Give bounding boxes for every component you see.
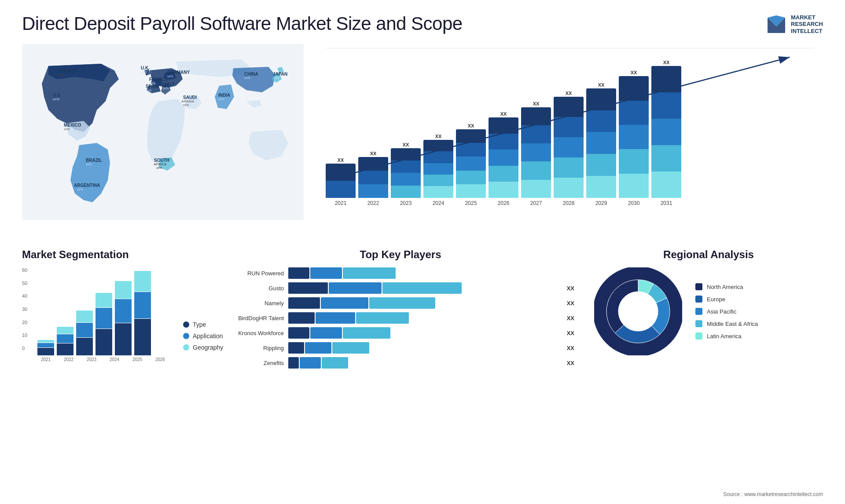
player-row: BirdDogHR TalentXX	[227, 312, 574, 324]
bar-group: XX	[391, 142, 421, 198]
svg-text:JAPAN: JAPAN	[273, 72, 287, 77]
svg-text:ITALY: ITALY	[163, 82, 175, 87]
svg-text:INDIA: INDIA	[218, 93, 230, 98]
donut-segments	[594, 267, 682, 355]
stacked-bar	[651, 66, 681, 198]
legend-item: Application	[183, 332, 223, 340]
seg-bar-group	[37, 340, 54, 355]
reg-legend-item: Asia Pacific	[695, 308, 758, 315]
svg-text:xx%: xx%	[183, 103, 189, 106]
player-row: RUN Powered	[227, 267, 574, 279]
svg-text:ARGENTINA: ARGENTINA	[74, 183, 100, 188]
stacked-bar	[456, 129, 486, 198]
svg-text:xx%: xx%	[273, 77, 279, 80]
svg-text:xx%: xx%	[53, 97, 59, 101]
bar-group: XX	[586, 82, 616, 198]
seg-bar-group	[96, 293, 112, 355]
bar-group: XX	[423, 134, 453, 198]
logo-icon	[765, 13, 787, 35]
bars-area: XXXXXXXXXXXXXXXXXXXXXX	[321, 48, 814, 198]
legend-item: Type	[183, 321, 223, 328]
player-row: NamelyXX	[227, 297, 574, 309]
seg-bar-group	[57, 327, 73, 355]
svg-text:xx%: xx%	[146, 89, 151, 92]
seg-bar-group	[134, 271, 151, 355]
source-text: Source : www.marketresearchintellect.com	[723, 491, 823, 497]
player-row: GustoXX	[227, 282, 574, 294]
player-row: RipplingXX	[227, 342, 574, 354]
regional-title: Regional Analysis	[594, 248, 823, 261]
svg-text:GERMANY: GERMANY	[167, 70, 190, 75]
svg-text:xx%: xx%	[218, 98, 224, 101]
page-container: Direct Deposit Payroll Software Market S…	[0, 0, 845, 504]
bar-chart-section: XXXXXXXXXXXXXXXXXXXXXX 202	[312, 44, 823, 237]
bar-chart-bars: XXXXXXXXXXXXXXXXXXXXXX	[326, 57, 814, 198]
svg-text:xx%: xx%	[167, 75, 173, 78]
svg-text:ARABIA: ARABIA	[181, 99, 195, 103]
svg-text:xx%: xx%	[86, 163, 92, 166]
logo-box: MARKET RESEARCH INTELLECT	[765, 13, 823, 35]
svg-text:xx%: xx%	[64, 128, 70, 131]
seg-legend: TypeApplicationGeography	[183, 321, 223, 362]
svg-text:xx%: xx%	[141, 70, 147, 73]
bar-group: XX	[521, 101, 551, 198]
bar-group: XX	[456, 123, 486, 198]
bar-group: XX	[326, 157, 356, 198]
seg-bar-group	[115, 281, 132, 355]
segmentation-title: Market Segmentation	[22, 248, 207, 261]
stacked-bar	[619, 76, 649, 198]
world-map: CANADA xx% U.S. xx% MEXICO xx% BRAZIL xx…	[22, 44, 304, 220]
reg-legend-item: Europe	[695, 296, 758, 303]
x-axis-labels: 2021202220232024202520262027202820292030…	[321, 200, 814, 206]
regional-legend: North AmericaEuropeAsia PacificMiddle Ea…	[695, 283, 758, 340]
legend-item: Geography	[183, 344, 223, 351]
segmentation-section: Market Segmentation 6050403020100 202120…	[22, 248, 207, 363]
svg-text:xx%: xx%	[77, 188, 83, 191]
svg-text:BRAZIL: BRAZIL	[86, 158, 102, 163]
stacked-bar	[358, 157, 388, 198]
logo-text: MARKET RESEARCH INTELLECT	[791, 14, 823, 35]
stacked-bar	[521, 107, 551, 198]
seg-bars	[37, 267, 172, 355]
players-section: Top Key Players RUN PoweredGustoXXNamely…	[218, 248, 583, 363]
seg-chart: 6050403020100 202120222023202420252026	[22, 267, 172, 362]
stacked-bar	[489, 117, 518, 198]
bar-group: XX	[358, 151, 388, 198]
player-row: ZenefitsXX	[227, 357, 574, 369]
stacked-bar	[586, 88, 616, 198]
bottom-sections: Market Segmentation 6050403020100 202120…	[22, 248, 823, 363]
svg-text:xx%: xx%	[163, 87, 169, 90]
svg-text:xx%: xx%	[156, 166, 162, 169]
svg-text:xx%: xx%	[57, 73, 65, 77]
bar-group: XX	[554, 91, 584, 198]
seg-x-labels: 202120222023202420252026	[37, 357, 172, 362]
stacked-bar	[326, 164, 356, 198]
svg-text:MEXICO: MEXICO	[64, 123, 81, 128]
svg-text:FRANCE: FRANCE	[149, 77, 168, 82]
reg-legend-item: Latin America	[695, 332, 758, 340]
svg-text:AFRICA: AFRICA	[154, 162, 167, 166]
svg-text:U.K.: U.K.	[141, 66, 150, 70]
page-title: Direct Deposit Payroll Software Market S…	[22, 13, 463, 34]
player-row: Kronos WorkforceXX	[227, 327, 574, 339]
logo-area: MARKET RESEARCH INTELLECT	[765, 13, 823, 35]
svg-text:SPAIN: SPAIN	[146, 84, 159, 89]
svg-text:xx%: xx%	[244, 77, 250, 80]
bar-chart-wrapper: XXXXXXXXXXXXXXXXXXXXXX 202	[321, 48, 814, 215]
players-list: RUN PoweredGustoXXNamelyXXBirdDogHR Tale…	[227, 267, 574, 369]
reg-legend-item: North America	[695, 283, 758, 290]
stacked-bar	[391, 148, 421, 198]
regional-content: North AmericaEuropeAsia PacificMiddle Ea…	[594, 267, 823, 355]
reg-legend-item: Middle East & Africa	[695, 320, 758, 327]
regional-section: Regional Analysis North AmericaEuropeAsi…	[594, 248, 823, 363]
bar-group: XX	[651, 60, 681, 198]
map-section: CANADA xx% U.S. xx% MEXICO xx% BRAZIL xx…	[22, 44, 304, 237]
svg-text:CHINA: CHINA	[244, 72, 258, 77]
donut-chart	[594, 267, 682, 355]
stacked-bar	[423, 140, 453, 198]
header: Direct Deposit Payroll Software Market S…	[22, 13, 823, 35]
seg-bar-group	[76, 310, 93, 355]
stacked-bar	[554, 97, 584, 198]
bar-group: XX	[619, 70, 649, 198]
bar-group: XX	[489, 111, 518, 198]
